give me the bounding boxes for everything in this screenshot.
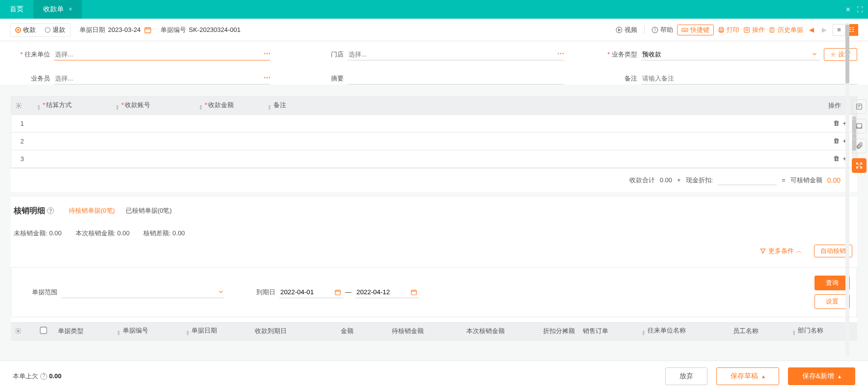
view-mode-compact[interactable]: ≡: [833, 24, 845, 36]
print-link[interactable]: 打印: [718, 26, 739, 34]
tab-bar: 首页 收款单 × ✕ ⛶: [0, 0, 868, 19]
hx-col-pending[interactable]: 待核销金额: [392, 327, 424, 335]
hx-settings-button[interactable]: 设置: [814, 294, 850, 309]
rail-inbox-icon[interactable]: [852, 119, 867, 134]
svg-rect-0: [145, 28, 151, 33]
fullscreen-icon[interactable]: ⛶: [857, 6, 863, 13]
help-icon[interactable]: ?: [40, 373, 47, 380]
receipt-lines-table: *结算方式 *收款账号 *收款金额 备注 操作 1 🗑 ＋ 2 🗑 ＋ 3 🗑 …: [11, 96, 857, 168]
writeoffable-value: 0.00: [827, 176, 841, 184]
sub-toolbar: 收款 退款 单据日期 2023-03-24 单据编号 SK-20230324-0…: [0, 19, 868, 41]
rail-expand-icon[interactable]: [852, 158, 867, 173]
hx-grid-settings-icon[interactable]: [15, 328, 28, 335]
shortcut-button[interactable]: 快捷键: [677, 25, 714, 35]
hx-date-to[interactable]: [355, 286, 419, 298]
table-row[interactable]: 2 🗑 ＋: [11, 132, 857, 150]
help-icon[interactable]: ?: [47, 207, 54, 214]
col-settle[interactable]: 结算方式: [46, 101, 72, 109]
col-operate: 操作: [828, 102, 841, 109]
tab-home[interactable]: 首页: [0, 0, 33, 19]
bill-date-value[interactable]: 2023-03-24: [108, 26, 141, 33]
table-row[interactable]: 3 🗑 ＋: [11, 150, 857, 168]
row-delete-icon[interactable]: 🗑: [833, 119, 840, 127]
help-link[interactable]: ? 帮助: [651, 26, 673, 34]
discard-button[interactable]: 放弃: [665, 367, 707, 385]
salesman-input[interactable]: [54, 73, 270, 84]
rail-attachment-icon[interactable]: [852, 139, 867, 153]
biztype-label: 业务类型: [598, 50, 637, 59]
radio-receive[interactable]: 收款: [15, 26, 36, 34]
operate-link[interactable]: 操作: [743, 26, 765, 34]
chevron-down-icon[interactable]: [217, 288, 224, 295]
svg-point-10: [833, 54, 834, 56]
window-close-icon[interactable]: ✕: [845, 6, 851, 13]
bill-date-label: 单据日期: [80, 26, 105, 34]
save-new-button[interactable]: 保存&新增: [788, 367, 855, 385]
hx-col-due[interactable]: 收款到期日: [255, 327, 287, 335]
tab-receipt[interactable]: 收款单 ×: [33, 0, 82, 19]
writeoffable-label: 可核销金额: [790, 176, 822, 185]
col-account[interactable]: 收款账号: [125, 101, 150, 109]
hx-select-all[interactable]: [40, 327, 47, 334]
store-input[interactable]: [348, 49, 564, 60]
picker-dots-icon[interactable]: ⋯: [264, 50, 270, 57]
row-delete-icon[interactable]: 🗑: [833, 137, 840, 144]
hx-col-type[interactable]: 单据类型: [58, 327, 83, 335]
history-prev[interactable]: ◀: [807, 26, 816, 33]
grid-settings-icon[interactable]: [15, 102, 29, 109]
discount-input[interactable]: [718, 175, 777, 185]
col-amount[interactable]: 收款金额: [208, 101, 234, 109]
col-remark[interactable]: 备注: [273, 101, 286, 109]
hx-col-amount[interactable]: 金额: [341, 327, 353, 335]
summary-label: 摘要: [304, 74, 344, 83]
video-link[interactable]: 视频: [616, 26, 637, 34]
totals-sum-label: 收款合计: [629, 176, 655, 185]
table-row[interactable]: 1 🗑 ＋: [11, 114, 857, 132]
hx-date-from[interactable]: [279, 286, 343, 298]
hx-col-saleorder[interactable]: 销售订单: [583, 327, 608, 335]
save-draft-button[interactable]: 保存草稿: [716, 367, 779, 385]
totals-sum-value: 0.00: [660, 176, 672, 184]
biztype-select[interactable]: [641, 49, 820, 60]
picker-dots-icon[interactable]: ⋯: [557, 50, 564, 57]
hx-col-discshare[interactable]: 折扣分摊额: [543, 327, 575, 335]
svg-point-14: [17, 330, 19, 332]
totals-row: 收款合计 0.00 + 现金折扣: = 可核销金额 0.00: [11, 168, 857, 192]
hx-col-emp[interactable]: 员工名称: [733, 327, 759, 335]
hx-tab-pending[interactable]: 待核销单据(0笔): [69, 206, 115, 215]
page-scrollbar[interactable]: [845, 23, 849, 357]
hx-tab-done[interactable]: 已核销单据(0笔): [126, 206, 172, 215]
hx-col-date[interactable]: 单据日期: [191, 327, 217, 334]
hx-title: 核销明细: [14, 206, 45, 216]
hx-col-no[interactable]: 单据编号: [123, 327, 148, 334]
svg-point-11: [18, 105, 20, 107]
more-conditions[interactable]: 更多条件 ︿: [760, 247, 802, 255]
hx-range-label: 单据范围: [18, 288, 57, 297]
hx-col-this[interactable]: 本次核销金额: [466, 327, 505, 335]
hx-col-dept[interactable]: 部门名称: [798, 327, 823, 334]
picker-dots-icon[interactable]: ⋯: [264, 74, 270, 82]
history-next[interactable]: ▶: [820, 26, 829, 33]
hx-col-customer[interactable]: 往来单位名称: [648, 327, 686, 334]
row-delete-icon[interactable]: 🗑: [833, 155, 840, 162]
chevron-down-icon[interactable]: [811, 51, 818, 57]
customer-input[interactable]: [54, 49, 270, 60]
close-icon[interactable]: ×: [69, 6, 72, 13]
rail-note-icon[interactable]: [852, 99, 867, 114]
right-rail: [850, 19, 868, 173]
hx-search-button[interactable]: 查询: [814, 276, 850, 290]
calendar-icon[interactable]: [144, 26, 152, 34]
hx-diff: 核销差额: 0.00: [143, 229, 185, 238]
svg-rect-4: [682, 28, 688, 31]
hx-range-select[interactable]: [61, 286, 224, 298]
salesman-label: 业务员: [11, 74, 50, 83]
svg-text:?: ?: [654, 28, 656, 32]
store-label: 门店: [304, 50, 344, 59]
radio-refund[interactable]: 退款: [45, 26, 65, 34]
footer-owe-value: 0.00: [49, 372, 61, 380]
remark-input[interactable]: [641, 73, 857, 84]
footer-bar: 本单上欠 ? 0.00 放弃 保存草稿 保存&新增: [0, 361, 868, 391]
footer-owe-label: 本单上欠: [13, 372, 38, 381]
history-link[interactable]: 历史单据: [769, 26, 803, 34]
summary-input[interactable]: [348, 73, 564, 84]
